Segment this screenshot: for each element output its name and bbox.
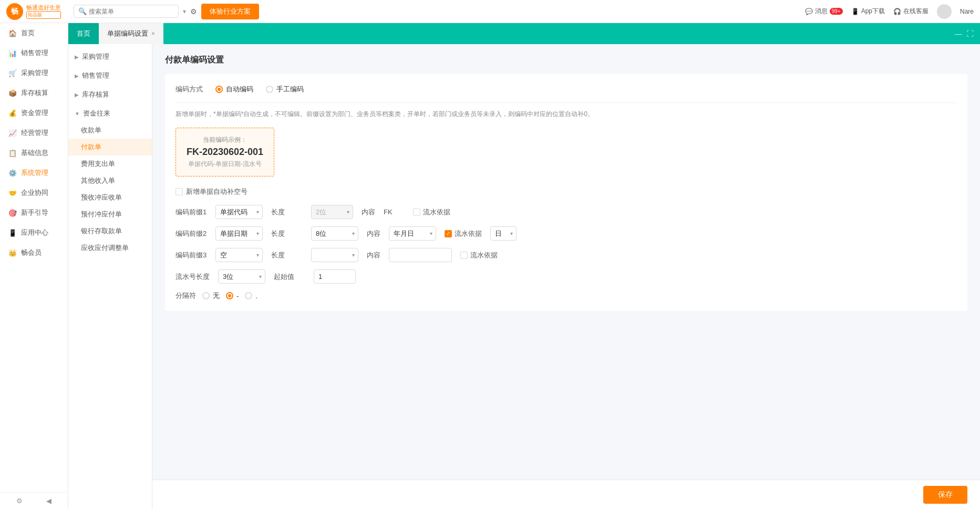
sidebar-item-label: 资金管理	[21, 108, 48, 118]
content2-select[interactable]: 年月日 年月 年	[389, 226, 436, 241]
sub-item-adjust[interactable]: 应收应付调整单	[68, 240, 152, 256]
sidebar-item-member[interactable]: 👑 畅会员	[0, 243, 68, 263]
sep-dash-option[interactable]: -	[226, 292, 239, 300]
tab-bar-right: — ⛶	[955, 29, 980, 38]
sidebar-item-purchase[interactable]: 🛒 采购管理	[0, 63, 68, 83]
sales-icon: 📊	[8, 49, 17, 57]
length3-select-wrap: ▾	[311, 248, 358, 262]
content2-select-wrap: 年月日 年月 年 ▾	[389, 226, 436, 241]
tab-minimize-icon[interactable]: —	[955, 29, 962, 38]
prefix3-select[interactable]: 空 单据代码 部门 业务员 仓库	[215, 248, 263, 262]
sub-item-prepay-payable[interactable]: 预付冲应付单	[68, 206, 152, 223]
waterflow1-wrap[interactable]: 流水依据	[413, 207, 450, 217]
auto-encode-option[interactable]: 自动编码	[215, 85, 253, 94]
prefix2-label: 编码前缀2	[176, 229, 207, 238]
message-icon: 💬	[805, 8, 813, 15]
save-button[interactable]: 保存	[923, 486, 967, 504]
settings-icon[interactable]: ⚙	[190, 7, 197, 16]
sidebar-item-sales[interactable]: 📊 销售管理	[0, 43, 68, 63]
message-badge: 99+	[830, 8, 843, 15]
chevron-down-icon[interactable]: ▾	[183, 8, 186, 15]
sep-dot-option[interactable]: .	[245, 292, 257, 300]
prefix2-select[interactable]: 单据日期 部门 业务员 仓库 空	[215, 226, 263, 241]
message-action[interactable]: 💬 消息 99+	[805, 7, 843, 16]
prefix1-label: 编码前缀1	[176, 207, 207, 217]
sub-group-inventory: ▶ 库存核算	[68, 86, 152, 103]
arrow-right-icon: ▶	[75, 54, 79, 60]
sidebar-item-label: 库存核算	[21, 88, 48, 98]
sep-dot-radio[interactable]	[245, 292, 252, 299]
auto-fill-label: 新增单据自动补空号	[186, 187, 247, 196]
length1-select[interactable]: 2位	[311, 205, 353, 219]
hint-text: 新增单据时，*单据编码*自动生成，不可编辑。前缀设置为部门、业务员等档案类，开单…	[176, 109, 957, 119]
search-input-wrap[interactable]: 🔍	[74, 5, 179, 18]
sub-group-finance-header[interactable]: ▼ 资金往来	[68, 105, 152, 122]
sub-group-sales: ▶ 销售管理	[68, 67, 152, 84]
separator-label: 分隔符	[176, 291, 196, 300]
sep-none-radio[interactable]	[202, 292, 210, 299]
sidebar-collapse-icon[interactable]: ◀	[46, 497, 51, 505]
sub-item-bank[interactable]: 银行存取款单	[68, 223, 152, 240]
newguide-icon: 🎯	[8, 209, 17, 217]
sub-group-inventory-header[interactable]: ▶ 库存核算	[68, 86, 152, 103]
purchase-icon: 🛒	[8, 69, 17, 77]
arrow-down-icon: ▼	[75, 111, 80, 117]
waterflow3-wrap[interactable]: 流水依据	[460, 251, 498, 260]
logo-text-wrap: 畅通道好生意 拓品版	[26, 4, 61, 19]
app-download-action[interactable]: 📱 App下载	[851, 7, 885, 16]
member-icon: 👑	[8, 248, 17, 257]
length1-label: 长度	[271, 207, 303, 217]
auto-fill-checkbox[interactable]	[176, 188, 183, 195]
start-value-input[interactable]	[314, 269, 356, 284]
app-download-label: App下载	[861, 7, 885, 16]
waterflow2-unit-select[interactable]: 日 月 年	[490, 226, 517, 241]
bottom-bar: 保存	[152, 480, 980, 509]
sidebar-item-appcenter[interactable]: 📱 应用中心	[0, 223, 68, 243]
waterflow3-checkbox[interactable]	[460, 252, 468, 259]
sub-item-other-income[interactable]: 其他收入单	[68, 172, 152, 189]
sidebar-item-inventory[interactable]: 📦 库存核算	[0, 83, 68, 103]
length3-select[interactable]	[311, 248, 358, 262]
prefix1-select[interactable]: 单据代码 部门 业务员 仓库 空	[215, 205, 263, 219]
sub-group-sales-header[interactable]: ▶ 销售管理	[68, 67, 152, 84]
sidebar-item-newguide[interactable]: 🎯 新手引导	[0, 203, 68, 223]
length2-select[interactable]: 8位 6位 4位	[311, 226, 358, 241]
auto-encode-radio[interactable]	[215, 86, 223, 93]
tab-maximize-icon[interactable]: ⛶	[966, 29, 974, 38]
waterflow1-checkbox[interactable]	[413, 209, 420, 216]
sidebar-item-basic[interactable]: 📋 基础信息	[0, 143, 68, 163]
online-service-label: 在线客服	[903, 7, 929, 16]
sub-item-receipt[interactable]: 收款单	[68, 122, 152, 139]
finance-icon: 💰	[8, 109, 17, 117]
sub-item-payment[interactable]: 付款单	[68, 139, 152, 155]
divider	[176, 102, 957, 103]
waterflow2-checkbox[interactable]: ✓	[445, 230, 452, 237]
content3-input[interactable]	[389, 248, 452, 262]
waterflow-length-select[interactable]: 3位 4位 5位 6位	[218, 269, 265, 284]
waterflow2-wrap[interactable]: ✓ 流水依据	[445, 229, 482, 238]
tab-close-icon[interactable]: ×	[151, 30, 155, 37]
sidebar-item-home[interactable]: 🏠 首页	[0, 23, 68, 43]
sep-dash-radio[interactable]	[226, 292, 233, 299]
sub-item-expense[interactable]: 费用支出单	[68, 155, 152, 172]
sub-group-purchase-header[interactable]: ▶ 采购管理	[68, 48, 152, 65]
sidebar-item-operations[interactable]: 📈 经营管理	[0, 123, 68, 143]
sidebar-item-finance[interactable]: 💰 资金管理	[0, 103, 68, 123]
manual-encode-radio[interactable]	[266, 86, 273, 93]
prefix2-select-wrap: 单据日期 部门 业务员 仓库 空 ▾	[215, 226, 263, 241]
search-icon: 🔍	[78, 7, 87, 15]
sidebar-item-enterprise[interactable]: 🤝 企业协同	[0, 183, 68, 203]
sep-none-option[interactable]: 无	[202, 291, 220, 300]
search-input[interactable]	[89, 8, 168, 15]
tab-encode-settings[interactable]: 单据编码设置 ×	[99, 23, 163, 44]
trial-button[interactable]: 体验行业方案	[201, 4, 259, 19]
manual-encode-option[interactable]: 手工编码	[266, 85, 304, 94]
tab-home[interactable]: 首页	[68, 23, 99, 44]
sidebar-item-system[interactable]: ⚙️ 系统管理	[0, 163, 68, 183]
sub-item-prepay-receivable[interactable]: 预收冲应收单	[68, 189, 152, 206]
online-service-action[interactable]: 🎧 在线客服	[893, 7, 929, 16]
sub-group-purchase: ▶ 采购管理	[68, 48, 152, 65]
sidebar-settings-icon[interactable]: ⚙	[16, 497, 23, 505]
download-icon: 📱	[851, 8, 859, 15]
auto-fill-row[interactable]: 新增单据自动补空号	[176, 187, 957, 196]
